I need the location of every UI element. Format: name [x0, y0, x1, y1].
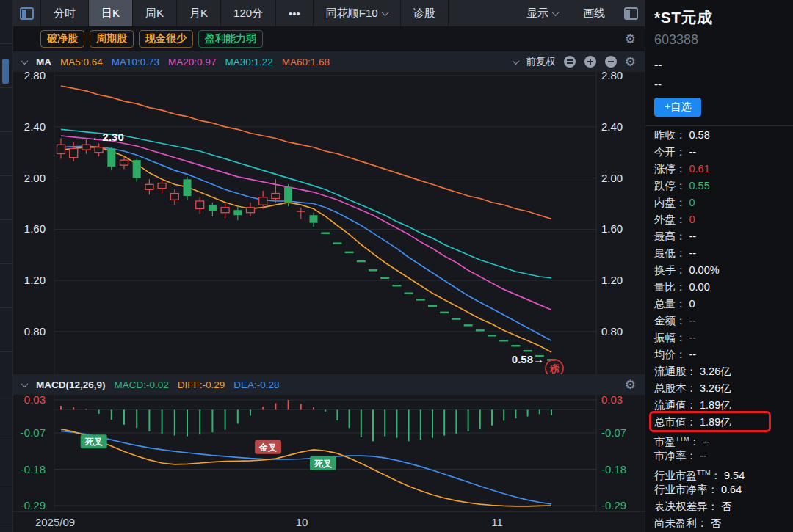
stat-value: 0.55 [689, 180, 710, 192]
stat-row-表决权差异: 表决权差异：否 [654, 498, 793, 515]
stat-row-总股本: 总股本：3.26亿 [654, 380, 793, 397]
add-watchlist-button[interactable]: +自选 [654, 98, 701, 117]
indicator-value: MA10:0.73 [112, 57, 159, 68]
tab-•••[interactable]: ••• [276, 0, 314, 26]
stat-row-金额: 金额：-- [654, 313, 793, 329]
stat-row-总市值: 总市值：1.89亿 [654, 414, 793, 431]
svg-text:0.80: 0.80 [601, 325, 623, 338]
f10-button[interactable]: 同花顺F10 [314, 0, 401, 26]
stat-row-换手: 换手：0.00% [654, 262, 793, 279]
stock-code: 603388 [654, 32, 784, 48]
date-axis-label: 11 [491, 516, 503, 528]
gear-icon[interactable]: ⚙ [625, 379, 636, 391]
svg-text:1.20: 1.20 [24, 274, 46, 286]
chart-panel: 分时日K周K月K120分••• 同花顺F10 诊股 显示 画线 破净股周期股现金… [13, 0, 645, 532]
stat-row-均价: 均价：-- [654, 346, 793, 363]
quote-stats-list: 昨收：0.58今开：--涨停：0.61跌停：0.55内盘：0外盘：0最高：--最… [645, 126, 793, 532]
macd-histogram-layer [61, 400, 551, 441]
stat-label: 表决权差异： [654, 500, 718, 512]
date-axis-label: 10 [296, 516, 308, 528]
svg-text:0.03: 0.03 [24, 395, 46, 406]
draw-line-button[interactable]: 画线 [571, 0, 618, 26]
stat-label: 市净率： [654, 450, 697, 462]
tab-日K[interactable]: 日K [89, 0, 133, 26]
annotations-layer: ←2.300.58→榜 [92, 131, 565, 374]
gear-icon[interactable]: ⚙ [625, 56, 636, 68]
stat-value: 3.26亿 [700, 365, 731, 377]
svg-text:死叉: 死叉 [314, 459, 332, 469]
stat-row-今开: 今开：-- [654, 144, 793, 161]
display-label: 显示 [526, 7, 548, 21]
left-tool-strip[interactable] [0, 0, 13, 532]
stock-tag[interactable]: 盈利能力弱 [198, 30, 263, 48]
stat-row-行业市盈: 行业市盈TTM：9.54 [654, 464, 793, 481]
collapse-macd-chevron-icon[interactable] [21, 380, 29, 387]
svg-text:2.00: 2.00 [601, 172, 623, 184]
stock-tag[interactable]: 周期股 [90, 30, 134, 48]
svg-text:1.60: 1.60 [601, 222, 623, 235]
kline-chart[interactable]: 2.802.802.402.402.002.001.601.601.201.20… [13, 72, 645, 374]
divider [645, 125, 793, 126]
zoom-in-icon[interactable] [584, 55, 597, 68]
svg-text:2.00: 2.00 [24, 172, 46, 184]
stat-value: 3.26亿 [700, 382, 731, 394]
stat-label: 市盈TTM： [654, 436, 700, 448]
stat-row-昨收: 昨收：0.58 [654, 127, 793, 144]
diagnose-button[interactable]: 诊股 [401, 0, 449, 26]
svg-text:0.03: 0.03 [601, 395, 623, 406]
scale-reset-icon[interactable] [563, 55, 576, 68]
stat-value: 0.00% [689, 264, 720, 276]
stat-label: 昨收： [654, 129, 687, 141]
stat-label: 涨停： [654, 163, 687, 175]
adjust-mode-label[interactable]: 前复权 [526, 55, 556, 68]
zoom-out-icon[interactable] [604, 55, 618, 68]
stat-label: 均价： [654, 349, 687, 360]
panel-layout-icon [624, 7, 638, 20]
tab-分时[interactable]: 分时 [41, 0, 89, 26]
layout-toggle-right-button[interactable] [618, 0, 645, 26]
stat-row-市净率: 市净率：-- [654, 448, 793, 464]
stat-value: -- [689, 315, 697, 327]
ma-line-MA60 [61, 86, 551, 219]
quote-header: *ST元成 603388 -- -- +自选 [645, 0, 793, 126]
indicator-value: DEA:-0.28 [233, 379, 279, 390]
svg-text:0.58→: 0.58→ [512, 353, 544, 365]
svg-text:-0.18: -0.18 [601, 463, 626, 475]
stock-tag-bar: 破净股周期股现金很少盈利能力弱 ⚙ [13, 26, 645, 51]
indicator-value: MA60:1.68 [282, 57, 330, 68]
chevron-down-icon [552, 9, 560, 16]
stock-tag[interactable]: 现金很少 [139, 30, 193, 48]
panel-layout-icon [20, 7, 34, 20]
display-menu-button[interactable]: 显示 [514, 0, 571, 26]
stat-row-行业市净率: 行业市净率：0.64 [654, 481, 793, 498]
stock-tag[interactable]: 破净股 [40, 30, 84, 48]
tab-月K[interactable]: 月K [177, 0, 221, 26]
stat-value: 否 [721, 500, 732, 512]
ma-title: MA [36, 57, 51, 68]
candles-layer [57, 139, 318, 227]
stat-row-流通股: 流通股：3.26亿 [654, 363, 793, 380]
chevron-down-icon[interactable] [513, 57, 520, 65]
layout-toggle-left-button[interactable] [13, 0, 41, 26]
collapse-ma-chevron-icon[interactable] [21, 57, 29, 65]
tab-120分[interactable]: 120分 [221, 0, 276, 26]
svg-text:-0.18: -0.18 [21, 463, 46, 475]
macd-chart[interactable]: 0.030.03-0.07-0.07-0.18-0.18-0.29-0.29死叉… [13, 395, 645, 511]
stat-label: 金额： [654, 315, 687, 327]
stat-value: -- [689, 349, 697, 360]
indicator-value: MA5:0.64 [60, 57, 103, 68]
stat-label: 行业市净率： [654, 484, 718, 495]
svg-text:死叉: 死叉 [84, 437, 103, 447]
chevron-down-icon [381, 9, 388, 16]
stat-value: 0 [689, 214, 695, 225]
indicator-value: DIFF:-0.29 [178, 379, 225, 390]
stat-label: 今开： [654, 146, 687, 158]
stat-value: 0.58 [689, 129, 710, 141]
line-DIFF [61, 429, 551, 506]
date-axis: 2025/091011 [13, 511, 645, 532]
stat-row-外盘: 外盘：0 [654, 211, 793, 228]
tab-周K[interactable]: 周K [133, 0, 177, 26]
gear-icon[interactable]: ⚙ [625, 33, 636, 45]
svg-text:2.40: 2.40 [24, 120, 46, 133]
svg-text:2.80: 2.80 [24, 72, 46, 81]
